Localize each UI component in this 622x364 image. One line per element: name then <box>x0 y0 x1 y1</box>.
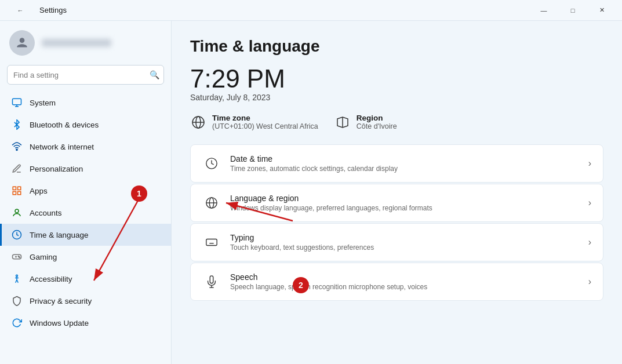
timezone-icon <box>190 114 206 130</box>
close-button[interactable]: ✕ <box>588 2 615 19</box>
personalization-icon <box>11 163 23 174</box>
svg-rect-7 <box>13 192 16 195</box>
settings-card-date-time[interactable]: Date & time Time zones, automatic clock … <box>190 144 603 183</box>
card-desc-typing: Touch keyboard, text suggestions, prefer… <box>230 243 579 252</box>
sidebar-item-privacy[interactable]: Privacy & security <box>0 290 171 312</box>
network-icon <box>11 141 23 152</box>
date-time-icon <box>202 154 221 173</box>
svg-point-16 <box>16 275 18 276</box>
accounts-icon <box>11 207 23 219</box>
sidebar: 🔍 System Bluetooth & devices Network & i… <box>0 21 172 364</box>
sidebar-item-label: Privacy & security <box>30 297 92 305</box>
apps-icon <box>11 185 23 196</box>
card-title-date-time: Date & time <box>230 154 579 163</box>
sidebar-item-label: Gaming <box>30 253 57 261</box>
svg-line-20 <box>17 280 18 283</box>
avatar <box>9 30 35 56</box>
settings-card-typing[interactable]: Typing Touch keyboard, text suggestions,… <box>190 223 603 261</box>
bluetooth-icon <box>11 119 23 130</box>
privacy-icon <box>11 295 23 307</box>
page-title: Time & language <box>190 37 603 56</box>
maximize-button[interactable]: □ <box>559 2 586 19</box>
sidebar-item-accessibility[interactable]: Accessibility <box>0 268 171 290</box>
sidebar-item-network[interactable]: Network & internet <box>0 136 171 158</box>
sidebar-item-label: Accounts <box>30 209 62 217</box>
card-desc-date-time: Time zones, automatic clock settings, ca… <box>230 165 579 173</box>
sidebar-item-label: Apps <box>30 187 48 195</box>
window-controls: — □ ✕ <box>530 2 615 19</box>
timezone-value: (UTC+01:00) West Central Africa <box>212 122 318 130</box>
date-display: Saturday, July 8, 2023 <box>190 93 603 102</box>
gaming-icon <box>11 251 23 263</box>
search-box: 🔍 <box>7 65 164 85</box>
accessibility-icon <box>11 273 23 285</box>
language-region-icon <box>202 194 221 212</box>
time-display: 7:29 PM <box>190 65 603 93</box>
content-area: Time & language 7:29 PM Saturday, July 8… <box>172 21 622 364</box>
card-desc-speech: Speech language, speech recognition micr… <box>230 283 579 291</box>
card-title-language-region: Language & region <box>230 194 579 203</box>
back-button[interactable]: ← <box>7 2 34 19</box>
timezone-item: Time zone (UTC+01:00) West Central Afric… <box>190 114 318 130</box>
svg-point-15 <box>19 257 20 258</box>
card-text-speech: Speech Speech language, speech recogniti… <box>230 272 579 291</box>
svg-rect-8 <box>18 192 21 195</box>
sidebar-item-system[interactable]: System <box>0 92 171 114</box>
timezone-label: Time zone <box>212 114 318 122</box>
titlebar: ← Settings — □ ✕ <box>0 0 622 21</box>
chevron-right-icon: › <box>588 158 591 169</box>
region-text: Region Côte d'Ivoire <box>357 114 397 130</box>
sidebar-item-accounts[interactable]: Accounts <box>0 202 171 224</box>
region-icon <box>334 114 351 130</box>
svg-point-9 <box>15 209 19 213</box>
card-text-date-time: Date & time Time zones, automatic clock … <box>230 154 579 173</box>
card-text-typing: Typing Touch keyboard, text suggestions,… <box>230 233 579 252</box>
region-value: Côte d'Ivoire <box>357 122 397 130</box>
sidebar-item-label: Bluetooth & devices <box>30 121 99 129</box>
time-info-row: Time zone (UTC+01:00) West Central Afric… <box>190 114 603 130</box>
sidebar-item-label: Time & language <box>30 231 89 239</box>
sidebar-item-apps[interactable]: Apps <box>0 180 171 202</box>
sidebar-item-label: Network & internet <box>30 143 94 151</box>
card-desc-language-region: Windows display language, preferred lang… <box>230 204 579 212</box>
card-text-language-region: Language & region Windows display langua… <box>230 194 579 212</box>
sidebar-item-personalization[interactable]: Personalization <box>0 158 171 180</box>
svg-rect-1 <box>13 99 21 105</box>
chevron-right-icon: › <box>588 198 591 208</box>
titlebar-title: Settings <box>39 6 67 14</box>
card-title-speech: Speech <box>230 272 579 282</box>
time-icon <box>11 229 23 241</box>
sidebar-item-label: Personalization <box>30 165 83 173</box>
search-icon: 🔍 <box>150 70 159 79</box>
settings-cards: Date & time Time zones, automatic clock … <box>190 144 603 301</box>
user-name <box>42 39 111 47</box>
speech-icon <box>202 272 221 291</box>
region-item: Region Côte d'Ivoire <box>334 114 397 130</box>
region-label: Region <box>357 114 397 122</box>
system-icon <box>11 97 23 108</box>
chevron-right-icon: › <box>588 237 591 247</box>
nav-list: System Bluetooth & devices Network & int… <box>0 89 171 364</box>
sidebar-item-gaming[interactable]: Gaming <box>0 246 171 268</box>
sidebar-item-bluetooth[interactable]: Bluetooth & devices <box>0 114 171 136</box>
svg-point-0 <box>20 38 25 43</box>
sidebar-item-label: System <box>30 99 56 107</box>
update-icon <box>11 317 23 329</box>
settings-card-language-region[interactable]: Language & region Windows display langua… <box>190 184 603 222</box>
sidebar-item-update[interactable]: Windows Update <box>0 312 171 334</box>
svg-rect-6 <box>18 187 21 190</box>
svg-rect-5 <box>13 187 16 190</box>
chevron-right-icon: › <box>588 276 591 287</box>
user-profile <box>0 21 171 63</box>
search-input[interactable] <box>7 65 164 85</box>
svg-point-4 <box>16 149 17 150</box>
settings-card-speech[interactable]: Speech Speech language, speech recogniti… <box>190 263 603 301</box>
card-title-typing: Typing <box>230 233 579 242</box>
sidebar-item-time[interactable]: Time & language <box>0 224 171 246</box>
minimize-button[interactable]: — <box>530 2 557 19</box>
typing-icon <box>202 233 221 252</box>
sidebar-item-label: Windows Update <box>30 319 89 327</box>
timezone-text: Time zone (UTC+01:00) West Central Afric… <box>212 114 318 130</box>
sidebar-item-label: Accessibility <box>30 275 72 283</box>
svg-rect-29 <box>206 239 217 246</box>
